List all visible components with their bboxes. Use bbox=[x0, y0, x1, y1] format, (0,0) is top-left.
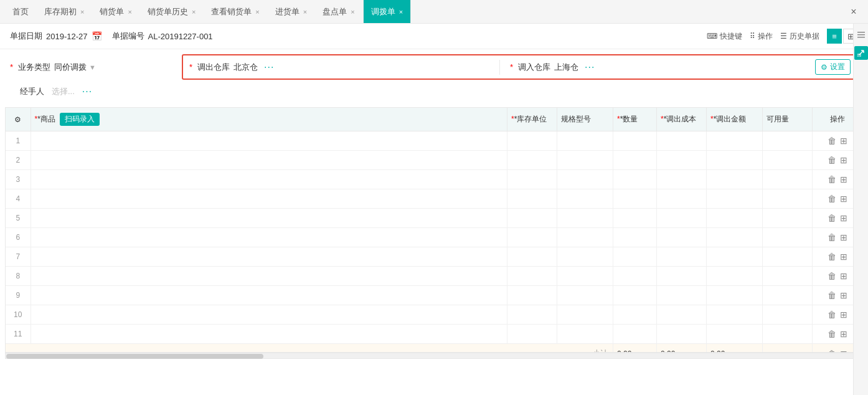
row-unit-7[interactable] bbox=[507, 247, 557, 267]
tab-close-transfer[interactable]: × bbox=[399, 8, 403, 16]
row-spec-1[interactable] bbox=[557, 131, 613, 151]
row-qty-2[interactable] bbox=[613, 151, 657, 170]
scan-entry-btn[interactable]: 扫码录入 bbox=[60, 113, 100, 126]
tab-transfer[interactable]: 调拨单 × bbox=[363, 0, 411, 23]
row-available-1[interactable] bbox=[763, 131, 813, 151]
copy-icon[interactable]: ⊞ bbox=[840, 252, 847, 262]
view-list-btn[interactable]: ≡ bbox=[827, 29, 842, 44]
operations-btn[interactable]: ⠿ 操作 bbox=[750, 31, 773, 42]
delete-icon[interactable]: 🗑 bbox=[828, 155, 836, 165]
row-cost-10[interactable] bbox=[657, 305, 707, 325]
row-available-6[interactable] bbox=[763, 228, 813, 247]
delete-icon[interactable]: 🗑 bbox=[828, 232, 836, 242]
row-product-9[interactable] bbox=[31, 286, 507, 305]
row-product-4[interactable] bbox=[31, 189, 507, 209]
row-spec-3[interactable] bbox=[557, 170, 613, 189]
row-qty-8[interactable] bbox=[613, 267, 657, 286]
row-available-9[interactable] bbox=[763, 286, 813, 305]
delete-icon[interactable]: 🗑 bbox=[828, 290, 836, 300]
row-spec-8[interactable] bbox=[557, 267, 613, 286]
delete-icon[interactable]: 🗑 bbox=[828, 136, 836, 146]
row-unit-2[interactable] bbox=[507, 151, 557, 170]
row-cost-7[interactable] bbox=[657, 247, 707, 267]
tab-close-sales-order[interactable]: × bbox=[128, 8, 131, 16]
warehouse-out-dots[interactable]: ··· bbox=[264, 62, 274, 73]
row-cost-1[interactable] bbox=[657, 131, 707, 151]
copy-icon[interactable]: ⊞ bbox=[840, 213, 847, 223]
row-qty-1[interactable] bbox=[613, 131, 657, 151]
row-spec-7[interactable] bbox=[557, 247, 613, 267]
delete-icon[interactable]: 🗑 bbox=[828, 174, 836, 184]
row-spec-9[interactable] bbox=[557, 286, 613, 305]
tab-close-view-sales[interactable]: × bbox=[255, 8, 259, 16]
row-product-7[interactable] bbox=[31, 247, 507, 267]
tab-close-purchase-order[interactable]: × bbox=[303, 8, 307, 16]
row-cost-8[interactable] bbox=[657, 267, 707, 286]
copy-icon[interactable]: ⊞ bbox=[840, 155, 847, 165]
row-amount-4[interactable] bbox=[707, 189, 763, 209]
row-spec-4[interactable] bbox=[557, 189, 613, 209]
delete-icon[interactable]: 🗑 bbox=[828, 329, 836, 339]
copy-icon[interactable]: ⊞ bbox=[840, 232, 847, 242]
row-spec-6[interactable] bbox=[557, 228, 613, 247]
row-product-2[interactable] bbox=[31, 151, 507, 170]
row-qty-10[interactable] bbox=[613, 305, 657, 325]
row-unit-8[interactable] bbox=[507, 267, 557, 286]
copy-icon[interactable]: ⊞ bbox=[840, 310, 847, 320]
copy-icon[interactable]: ⊞ bbox=[840, 271, 847, 281]
warehouse-in-value[interactable]: 上海仓 bbox=[554, 62, 578, 73]
history-btn[interactable]: ☰ 历史单据 bbox=[780, 31, 819, 42]
handler-select[interactable]: 选择... bbox=[52, 86, 75, 97]
row-spec-5[interactable] bbox=[557, 209, 613, 228]
row-cost-3[interactable] bbox=[657, 170, 707, 189]
copy-icon[interactable]: ⊞ bbox=[840, 194, 847, 204]
settings-btn[interactable]: ⚙ 设置 bbox=[815, 59, 851, 75]
row-available-2[interactable] bbox=[763, 151, 813, 170]
delete-icon[interactable]: 🗑 bbox=[828, 194, 836, 204]
row-qty-4[interactable] bbox=[613, 189, 657, 209]
row-qty-3[interactable] bbox=[613, 170, 657, 189]
row-amount-8[interactable] bbox=[707, 267, 763, 286]
row-product-6[interactable] bbox=[31, 228, 507, 247]
row-product-8[interactable] bbox=[31, 267, 507, 286]
row-unit-11[interactable] bbox=[507, 325, 557, 344]
row-amount-9[interactable] bbox=[707, 286, 763, 305]
tab-close-sales-history[interactable]: × bbox=[192, 8, 196, 16]
row-unit-5[interactable] bbox=[507, 209, 557, 228]
row-unit-6[interactable] bbox=[507, 228, 557, 247]
tab-close-stocktake[interactable]: × bbox=[351, 8, 354, 16]
row-amount-7[interactable] bbox=[707, 247, 763, 267]
business-type-select[interactable]: 同价调拨 ▼ bbox=[54, 62, 129, 73]
tab-sales-history[interactable]: 销货单历史 × bbox=[140, 0, 204, 23]
row-qty-7[interactable] bbox=[613, 247, 657, 267]
row-unit-1[interactable] bbox=[507, 131, 557, 151]
row-amount-3[interactable] bbox=[707, 170, 763, 189]
row-cost-2[interactable] bbox=[657, 151, 707, 170]
sidebar-expand-icon[interactable] bbox=[854, 46, 868, 60]
row-product-10[interactable] bbox=[31, 305, 507, 325]
tab-sales-order[interactable]: 销货单 × bbox=[92, 0, 139, 23]
tab-close-inventory-init[interactable]: × bbox=[80, 8, 84, 16]
row-available-11[interactable] bbox=[763, 325, 813, 344]
row-amount-10[interactable] bbox=[707, 305, 763, 325]
row-cost-9[interactable] bbox=[657, 286, 707, 305]
sidebar-list-icon[interactable] bbox=[855, 29, 867, 41]
row-available-3[interactable] bbox=[763, 170, 813, 189]
tab-stocktake[interactable]: 盘点单 × bbox=[315, 0, 362, 23]
tab-home[interactable]: 首页 bbox=[5, 0, 37, 23]
row-qty-6[interactable] bbox=[613, 228, 657, 247]
row-product-3[interactable] bbox=[31, 170, 507, 189]
row-product-1[interactable] bbox=[31, 131, 507, 151]
row-unit-4[interactable] bbox=[507, 189, 557, 209]
row-cost-6[interactable] bbox=[657, 228, 707, 247]
row-unit-9[interactable] bbox=[507, 286, 557, 305]
row-cost-11[interactable] bbox=[657, 325, 707, 344]
h-scrollbar[interactable] bbox=[5, 353, 863, 359]
row-unit-10[interactable] bbox=[507, 305, 557, 325]
copy-icon[interactable]: ⊞ bbox=[840, 174, 847, 184]
row-cost-5[interactable] bbox=[657, 209, 707, 228]
row-product-11[interactable] bbox=[31, 325, 507, 344]
row-amount-6[interactable] bbox=[707, 228, 763, 247]
row-amount-11[interactable] bbox=[707, 325, 763, 344]
row-spec-2[interactable] bbox=[557, 151, 613, 170]
